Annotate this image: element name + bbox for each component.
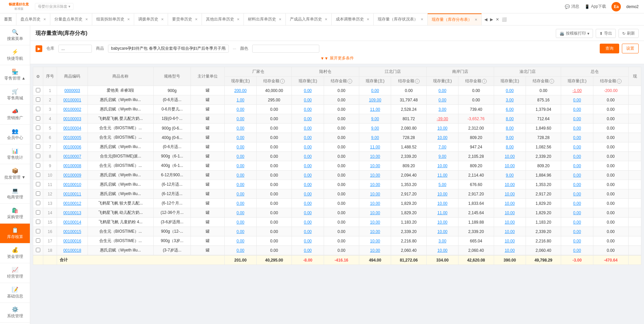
refresh-btn[interactable]: ↻ 刷新: [619, 29, 639, 38]
sidebar-item-member[interactable]: 👥 会员中心: [0, 125, 30, 144]
row-checkbox[interactable]: [33, 171, 43, 180]
ybmd-info-icon[interactable]: i: [549, 79, 554, 84]
row-checkbox[interactable]: [33, 208, 43, 218]
tab-close-assemble[interactable]: ✕: [127, 17, 130, 21]
row-checkbox[interactable]: [33, 114, 43, 124]
row-checkbox[interactable]: [33, 142, 43, 152]
row-code: 00100018: [57, 246, 88, 256]
table-row: 6 00100005 合生元（BIOSTIME）... 400g (0-6...…: [33, 133, 641, 142]
page-title: 现存量查询(库存分布): [36, 30, 88, 37]
row-lcj-amount: 0.00: [324, 161, 359, 171]
avatar[interactable]: Ea: [611, 2, 621, 11]
row-checkbox[interactable]: [33, 218, 43, 227]
tab-home[interactable]: 首页: [0, 13, 16, 26]
row-cfj-amount: 0.00: [256, 227, 292, 236]
sidebar-item-retail-mall[interactable]: 🛒 零售商城: [0, 85, 30, 105]
row-checkbox[interactable]: [33, 180, 43, 189]
row-ybmd-qty: 10.00: [494, 227, 526, 236]
setting-btn[interactable]: 设置: [622, 44, 639, 53]
tab-material-out-record[interactable]: 材料出库单历史 ✕: [244, 13, 286, 26]
row-spec: (6-12月适...: [153, 189, 191, 199]
row-cfj-qty: 0.00: [224, 152, 256, 161]
tabs-prev-btn[interactable]: ◀: [483, 16, 489, 23]
namd-info-icon[interactable]: i: [482, 79, 487, 84]
row-checkbox[interactable]: [33, 152, 43, 161]
tab-assemble-record[interactable]: 组装拆卸单历史 ✕: [92, 13, 134, 26]
tab-close-material-out[interactable]: ✕: [279, 17, 281, 21]
message-btn[interactable]: 💬 消息: [565, 4, 579, 9]
lcj-info-icon[interactable]: i: [347, 79, 352, 84]
sidebar-item-quick-nav[interactable]: ⚡ 快捷导航: [0, 45, 30, 65]
sidebar-item-retail[interactable]: 🏪 零售管理 ▲: [0, 65, 30, 85]
tab-other-out-record[interactable]: 其他出库单历史 ✕: [202, 13, 244, 26]
tab-close-product-in[interactable]: ✕: [325, 17, 327, 21]
tab-transfer-record[interactable]: 调拨单历史 ✕: [134, 13, 168, 26]
row-namd-qty: 0.00: [426, 86, 458, 95]
industry-selector[interactable]: 母婴行业演示陈套 ▾: [35, 3, 73, 10]
app-download-btn[interactable]: 📱 App下载: [585, 4, 606, 9]
sidebar-item-enterprise[interactable]: 🤝 企业协同: [0, 323, 30, 324]
sidebar-item-retail-stats[interactable]: 📊 零售统计: [0, 144, 30, 164]
row-checkbox[interactable]: [33, 189, 43, 199]
color-input[interactable]: [252, 45, 319, 53]
row-zc-qty: 0.00: [561, 171, 593, 180]
sidebar-item-basics[interactable]: 📝 基础信息: [0, 283, 30, 303]
cfj-info-icon[interactable]: i: [280, 79, 285, 84]
product-more-btn[interactable]: ···: [233, 46, 236, 51]
sidebar-item-ecommerce[interactable]: 💻 电商管理: [0, 184, 30, 204]
sidebar-item-search[interactable]: 🔍 搜索英单: [0, 26, 30, 45]
tab-close-inv-status[interactable]: ✕: [421, 17, 423, 21]
tab-inventory-dist[interactable]: 现存量（库存分布表）✕: [428, 13, 482, 26]
sidebar-item-marketing[interactable]: 📣 营销推广: [0, 105, 30, 125]
filter-expand-btn[interactable]: ▼▼ 展开更多条件: [36, 55, 639, 61]
row-checkbox[interactable]: [33, 105, 43, 114]
tab-close-other-out[interactable]: ✕: [237, 17, 239, 21]
table-area[interactable]: ⚙ 序号 商品编码 商品名称 规格型号 主计量单位 厂家仓 陆村仓 江北门店 南…: [30, 64, 644, 324]
table-row: 9 00100008 合生元（BIOSTIME）... 400g（6-1... …: [33, 161, 641, 171]
sidebar-item-operation[interactable]: 📈 经营管理: [0, 263, 30, 283]
tabs-expand-btn[interactable]: ⬜: [500, 16, 508, 23]
tabs-close-btn[interactable]: ✕: [494, 16, 500, 23]
sidebar-item-finance[interactable]: 💰 资金管理: [0, 243, 30, 263]
jbmd-info-icon[interactable]: i: [415, 79, 420, 84]
row-checkbox[interactable]: [33, 86, 43, 95]
tab-close-cost-adjust[interactable]: ✕: [367, 17, 369, 21]
tab-close-transfer[interactable]: ✕: [161, 17, 164, 21]
tab-close-requisition[interactable]: ✕: [195, 17, 198, 21]
sidebar-item-inventory[interactable]: 📋 库存核算: [0, 224, 30, 243]
row-spec: (0-6月适...: [153, 95, 191, 105]
tab-inventory-status[interactable]: 现存量（库存状况表）✕: [374, 13, 428, 26]
row-checkbox[interactable]: [33, 124, 43, 133]
query-btn[interactable]: 查询: [600, 44, 619, 53]
tab-close-inv-dist[interactable]: ✕: [475, 18, 477, 21]
sidebar-item-purchase[interactable]: 🛍️ 采购管理: [0, 204, 30, 224]
row-namd-qty: 9.00: [426, 152, 458, 161]
row-checkbox[interactable]: [33, 199, 43, 208]
sidebar-item-wholesale[interactable]: 📦 批发管理 ▼: [0, 164, 30, 184]
row-ybmd-amount: 1,829.20: [526, 208, 561, 218]
row-checkbox[interactable]: [33, 246, 43, 256]
tabs-next-btn[interactable]: ▶: [489, 16, 494, 23]
row-ybmd-qty: 10.00: [494, 152, 526, 161]
print-btn[interactable]: 🖨️ 按模板打印 ▾: [556, 29, 593, 38]
zc-info-icon[interactable]: i: [617, 79, 622, 84]
tab-product-in-record[interactable]: 产成品入库单历史 ✕: [286, 13, 332, 26]
row-checkbox[interactable]: [33, 227, 43, 236]
filter-toggle-btn[interactable]: ▶: [36, 45, 42, 52]
row-checkbox[interactable]: [33, 161, 43, 171]
warehouse-input[interactable]: [58, 45, 92, 53]
product-input[interactable]: [108, 45, 229, 53]
row-checkbox[interactable]: [33, 95, 43, 105]
row-checkbox[interactable]: [33, 236, 43, 246]
row-checkbox[interactable]: [33, 133, 43, 142]
tab-close-sub-stock[interactable]: ✕: [85, 17, 88, 21]
tab-requisition-record[interactable]: 要货单历史 ✕: [168, 13, 202, 26]
export-btn[interactable]: ⬆ 导出: [596, 29, 616, 38]
tab-stock-record[interactable]: 盘点单历史 ✕: [16, 13, 50, 26]
tab-close-stock-record[interactable]: ✕: [43, 17, 46, 21]
row-cfj-amount: 0.00: [256, 152, 292, 161]
tab-cost-adjust-record[interactable]: 成本调整单历史 ✕: [332, 13, 374, 26]
sidebar-item-system[interactable]: ⚙️ 系统管理: [0, 303, 30, 323]
col-gear[interactable]: ⚙: [33, 67, 43, 86]
tab-sub-stock-record[interactable]: 分量盘点单历史 ✕: [50, 13, 92, 26]
